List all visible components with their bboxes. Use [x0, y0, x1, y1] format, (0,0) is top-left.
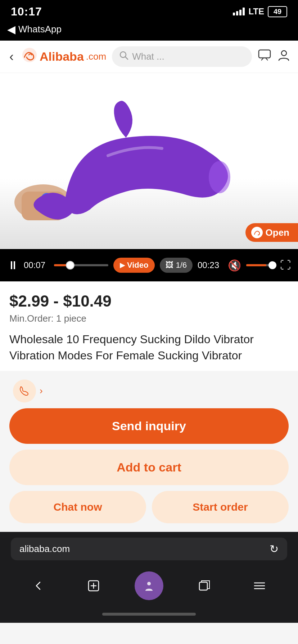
- message-icon[interactable]: [258, 48, 271, 65]
- time-current: 00:07: [24, 260, 49, 270]
- nav-back-button[interactable]: [24, 575, 53, 597]
- heart-icon: ♡: [274, 85, 285, 98]
- mute-button[interactable]: 🔇: [228, 259, 241, 272]
- alibaba-dotcom: .com: [86, 51, 106, 62]
- alibaba-text: Alibaba: [40, 50, 84, 64]
- video-label: Video: [127, 261, 149, 270]
- start-order-button[interactable]: Start order: [152, 491, 289, 523]
- wishlist-button[interactable]: ♡: [268, 80, 291, 103]
- status-bar: 10:17 LTE 49: [0, 0, 298, 22]
- reload-button[interactable]: ↻: [270, 543, 279, 555]
- alibaba-logo-icon: [22, 47, 37, 66]
- video-progress-bar[interactable]: [54, 264, 108, 266]
- send-inquiry-button[interactable]: Send inquiry: [9, 408, 289, 444]
- min-order: Min.Order: 1 piece: [9, 313, 289, 324]
- open-badge[interactable]: Open: [245, 223, 298, 242]
- share-button[interactable]: [268, 109, 291, 132]
- add-to-cart-button[interactable]: Add to cart: [9, 450, 289, 485]
- volume-fill: [246, 264, 266, 266]
- signal-icon: [233, 8, 245, 15]
- product-image: [0, 73, 298, 249]
- nav-home-button[interactable]: [135, 571, 163, 600]
- back-button[interactable]: ‹: [7, 47, 16, 66]
- image-icon: 🖼: [166, 261, 173, 270]
- video-pill[interactable]: ▶ Video: [113, 258, 155, 273]
- search-icon: [119, 51, 128, 63]
- svg-rect-10: [274, 117, 277, 120]
- nav-tabs-button[interactable]: [190, 575, 219, 597]
- progress-thumb: [66, 261, 74, 270]
- chat-now-button[interactable]: Chat now: [9, 491, 146, 523]
- video-controls: ⏸ 00:07 ▶ Video 🖼 1/6 00:23 🔇 ⛶: [0, 249, 298, 281]
- product-image-area: ♡ Open: [0, 73, 298, 249]
- whatsapp-back-arrow: ◀: [7, 23, 15, 36]
- battery-indicator: 49: [268, 6, 287, 17]
- share-icon: [274, 115, 285, 126]
- svg-rect-16: [199, 582, 207, 590]
- image-counter-pill[interactable]: 🖼 1/6: [160, 258, 193, 273]
- nav-new-tab-button[interactable]: [79, 575, 108, 597]
- lte-label: LTE: [248, 6, 264, 17]
- time-total: 00:23: [198, 260, 223, 270]
- home-indicator: [0, 609, 298, 623]
- pause-button[interactable]: ⏸: [7, 259, 19, 272]
- account-icon[interactable]: [277, 48, 291, 65]
- bottom-row-buttons: Chat now Start order: [9, 491, 289, 523]
- action-area: › Send inquiry Add to cart Chat now Star…: [0, 371, 298, 532]
- svg-point-9: [209, 161, 230, 193]
- phone-contact-row[interactable]: ›: [9, 380, 289, 402]
- browser-url-box[interactable]: alibaba.com ↻: [11, 538, 287, 560]
- video-play-icon: ▶: [120, 261, 125, 269]
- whatsapp-back-bar[interactable]: ◀ WhatsApp: [0, 22, 298, 41]
- volume-bar[interactable]: [246, 264, 275, 266]
- alibaba-logo[interactable]: Alibaba .com: [22, 47, 106, 66]
- price-range: $2.99 - $10.49: [9, 292, 289, 310]
- nav-menu-button[interactable]: [245, 575, 274, 597]
- svg-point-15: [147, 582, 151, 585]
- svg-rect-3: [259, 50, 270, 58]
- bottom-navigation: [0, 566, 298, 609]
- status-right: LTE 49: [233, 6, 287, 17]
- browser-bar: alibaba.com ↻: [0, 532, 298, 566]
- product-media: ♡ Open ⏸ 00:07 ▶: [0, 73, 298, 281]
- navigation-bar: ‹ Alibaba .com What ...: [0, 41, 298, 73]
- phone-chevron: ›: [40, 385, 43, 396]
- phone-icon: [13, 380, 36, 402]
- search-placeholder: What ...: [132, 51, 164, 62]
- svg-point-4: [281, 51, 286, 56]
- open-badge-icon: [251, 227, 263, 238]
- home-indicator-bar: [102, 613, 196, 616]
- status-time: 10:17: [11, 5, 42, 18]
- product-info: $2.99 - $10.49 Min.Order: 1 piece Wholes…: [0, 281, 298, 371]
- product-title: Wholesale 10 Frequency Sucking Dildo Vib…: [9, 331, 289, 364]
- whatsapp-label: WhatsApp: [18, 24, 62, 35]
- fullscreen-button[interactable]: ⛶: [280, 259, 291, 271]
- open-label: Open: [266, 227, 289, 238]
- volume-thumb: [268, 261, 276, 269]
- svg-line-2: [125, 57, 128, 59]
- search-box[interactable]: What ...: [112, 46, 252, 67]
- image-counter: 1/6: [176, 261, 187, 270]
- browser-url: alibaba.com: [19, 543, 70, 555]
